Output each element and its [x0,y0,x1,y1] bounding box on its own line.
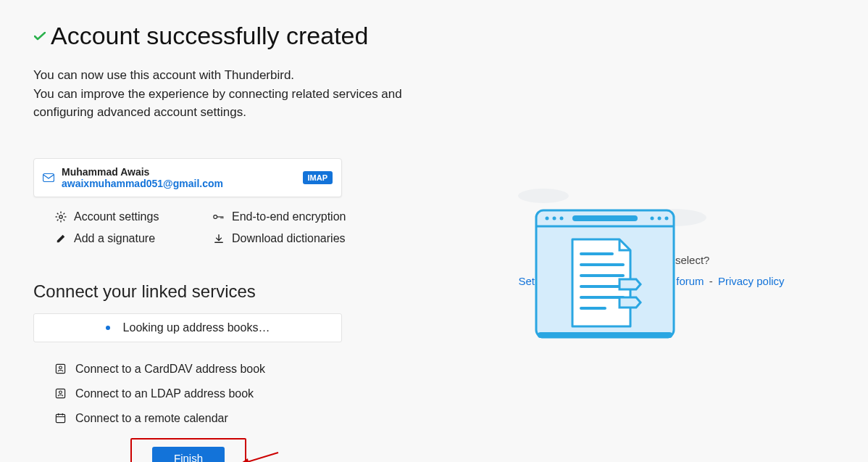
svg-line-7 [64,219,65,220]
service-label: Connect to a CardDAV address book [75,363,265,376]
service-label: Connect to an LDAP address book [75,387,254,400]
intro-text: You can now use this account with Thunde… [33,66,439,122]
svg-point-32 [651,217,654,220]
intro-line-2: You can improve the experience by connec… [33,85,439,122]
svg-line-8 [57,219,59,220]
calendar-icon [55,413,67,424]
connect-ldap-link[interactable]: Connect to an LDAP address book [55,387,439,400]
action-label: Download dictionaries [232,232,346,245]
download-icon [213,233,225,244]
finish-highlight-annotation: Finish [130,438,246,463]
add-signature-link[interactable]: Add a signature [55,232,193,245]
gear-icon [55,211,67,223]
lookup-text: Looking up address books… [123,321,270,334]
svg-point-34 [665,217,669,220]
connect-calendar-link[interactable]: Connect to a remote calendar [55,412,439,425]
svg-point-33 [658,217,662,220]
svg-rect-31 [572,215,638,221]
addressbook-icon [55,388,67,400]
svg-point-29 [553,217,556,220]
intro-line-1: You can now use this account with Thunde… [33,66,439,85]
action-label: Add a signature [74,232,155,245]
protocol-badge: IMAP [303,171,333,184]
account-card: Muhammad Awais awaixmuhammad051@gmail.co… [33,158,342,197]
svg-rect-0 [43,173,54,181]
account-email: awaixmuhammad051@gmail.com [62,178,303,189]
svg-rect-41 [538,332,672,338]
svg-point-15 [59,366,62,368]
svg-line-6 [57,213,59,214]
connect-carddav-link[interactable]: Connect to a CardDAV address book [55,363,439,376]
account-name: Muhammad Awais [62,166,303,178]
svg-rect-18 [56,414,64,422]
account-settings-link[interactable]: Account settings [55,210,193,223]
linked-services-title: Connect your linked services [33,281,439,302]
check-icon [33,31,46,41]
svg-line-22 [245,453,278,463]
action-label: End-to-end encryption [232,210,346,223]
finish-button[interactable]: Finish [152,447,225,463]
action-label: Account settings [74,210,159,223]
addressbook-icon [55,363,67,375]
download-dictionaries-link[interactable]: Download dictionaries [213,232,351,245]
svg-line-9 [64,213,65,214]
service-label: Connect to a remote calendar [75,412,228,425]
svg-point-1 [59,215,62,218]
mail-icon [43,173,54,183]
setup-illustration [478,181,732,355]
title-row: Account successfully created [33,22,439,50]
svg-point-28 [546,217,549,220]
svg-point-17 [59,390,62,393]
svg-point-30 [560,217,564,220]
spinner-icon [106,326,110,330]
pencil-icon [55,233,67,244]
key-icon [213,211,225,223]
end-to-end-encryption-link[interactable]: End-to-end encryption [213,210,351,223]
svg-point-10 [214,215,217,218]
lookup-status-box: Looking up address books… [33,313,342,342]
svg-point-24 [518,189,569,203]
page-title: Account successfully created [51,22,368,50]
